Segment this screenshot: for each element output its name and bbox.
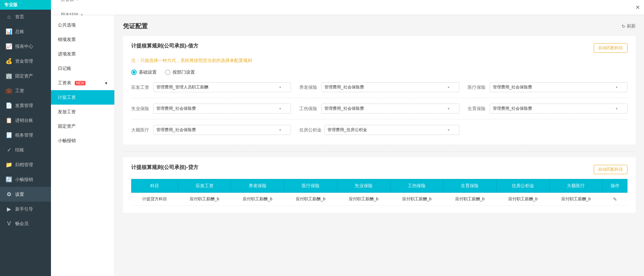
cell-value-0-5: 应付职工薪酬_b bbox=[443, 193, 496, 206]
cell-value-0-0: 应付职工薪酬_b bbox=[178, 193, 231, 206]
sub-nav-items: 公共选项销项发票进项发票日记账工资表NEW▾计提工资发放工资固定资产小畅报销 bbox=[51, 18, 114, 148]
form-divider-1 bbox=[131, 119, 627, 119]
cell-value-0-7: 应付职工薪酬_b bbox=[549, 193, 602, 206]
form-select-1-1[interactable]: 管理费用_社会保险费 ▾ bbox=[321, 104, 459, 114]
table-row-0: 计提贷方科目应付职工薪酬_b应付职工薪酬_b应付职工薪酬_b应付职工薪酬_b应付… bbox=[132, 193, 627, 206]
form-label-1-1: 工伤保险 bbox=[299, 106, 319, 112]
section1-header: 计提核算规则(公司承担)-借方 自动匹配科目 bbox=[131, 43, 627, 53]
sub-nav-item-journal[interactable]: 日记账 bbox=[51, 61, 114, 76]
closing-icon: ✓ bbox=[6, 147, 12, 153]
radio-basic-label: 基础设置 bbox=[139, 69, 157, 75]
form-select-1-2[interactable]: 管理费用_社会保险费 ▾ bbox=[490, 104, 627, 114]
sub-nav-item-issue-salary[interactable]: 发放工资 bbox=[51, 105, 114, 119]
radio-dept-circle bbox=[165, 70, 170, 75]
sidebar: 专业版 ⌂首页📊总账📈报表中心💰资金管理🏢固定资产💼工资📄发票管理📋进销台账🧾税… bbox=[0, 0, 51, 276]
fund-management-icon: 💰 bbox=[6, 58, 12, 64]
tab-bar: 首页工资表×期末结转×凭证配置× ✕ bbox=[51, 0, 644, 15]
home-icon: ⌂ bbox=[6, 14, 12, 20]
sidebar-label-closing: 结账 bbox=[15, 147, 24, 153]
refresh-button[interactable]: ↻ 刷新 bbox=[622, 23, 636, 29]
radio-by-dept[interactable]: 按部门设置 bbox=[165, 69, 195, 75]
sidebar-item-fixed-assets[interactable]: 🏢固定资产 bbox=[0, 68, 51, 83]
sub-nav-item-fixed-assets-sub[interactable]: 固定资产 bbox=[51, 119, 114, 134]
tab-close-salary-sheet[interactable]: × bbox=[76, 0, 79, 2]
sub-nav: 公共选项销项发票进项发票日记账工资表NEW▾计提工资发放工资固定资产小畅报销 bbox=[51, 15, 115, 276]
radio-dept-label: 按部门设置 bbox=[173, 69, 195, 75]
edit-icon-0[interactable]: ✎ bbox=[613, 197, 617, 202]
new-badge-salary-table: NEW bbox=[75, 81, 85, 85]
sub-nav-label-input-invoice: 进项发票 bbox=[58, 51, 76, 57]
content-area: 公共选项销项发票进项发票日记账工资表NEW▾计提工资发放工资固定资产小畅报销 凭… bbox=[51, 15, 644, 276]
sidebar-item-general-ledger[interactable]: 📊总账 bbox=[0, 24, 51, 39]
select-value-0-0: 管理费用_管理人员职工薪酬 bbox=[156, 84, 208, 90]
sidebar-item-invoice-management[interactable]: 📄发票管理 bbox=[0, 98, 51, 113]
sidebar-item-fund-management[interactable]: 💰资金管理 bbox=[0, 54, 51, 68]
credit-header-0: 科目 bbox=[132, 179, 178, 193]
debit-rules-section: 计提核算规则(公司承担)-借方 自动匹配科目 注：只能选择一种方式，系统将按照您… bbox=[123, 36, 636, 145]
sub-nav-label-xiao-chang-sub: 小畅报销 bbox=[58, 138, 76, 144]
tab-label-salary-sheet: 工资表 bbox=[61, 0, 74, 3]
form-select-0-1[interactable]: 管理费用_社会保险费 ▾ bbox=[321, 82, 459, 92]
form-cell-1-0: 失业保险 管理费用_社会保险费 ▾ bbox=[131, 104, 291, 114]
tab-salary-sheet[interactable]: 工资表× bbox=[55, 0, 89, 8]
select-arrow-2-0: ▾ bbox=[279, 128, 281, 132]
credit-header-8: 大额医疗 bbox=[549, 179, 602, 193]
cell-subject-0: 计提贷方科目 bbox=[132, 193, 178, 206]
general-ledger-icon: 📊 bbox=[6, 28, 12, 35]
form-select-0-2[interactable]: 管理费用_社会保险费 ▾ bbox=[490, 82, 627, 92]
sub-nav-item-red-invoice[interactable]: 销项发票 bbox=[51, 32, 114, 47]
sidebar-item-tax-management[interactable]: 🧾税务管理 bbox=[0, 128, 51, 142]
sidebar-item-new-guide[interactable]: ▶新手引导 bbox=[0, 202, 51, 216]
form-divider-0 bbox=[131, 98, 627, 98]
sub-nav-label-journal: 日记账 bbox=[58, 65, 71, 72]
section1-title: 计提核算规则(公司承担)-借方 bbox=[131, 43, 198, 49]
section2-header: 计提核算规则(公司承担)-贷方 自动匹配科目 bbox=[131, 164, 627, 175]
cell-value-0-6: 应付职工薪酬_b bbox=[496, 193, 549, 206]
sidebar-item-purchase-sales[interactable]: 📋进销台账 bbox=[0, 113, 51, 128]
sidebar-item-closing[interactable]: ✓结账 bbox=[0, 142, 51, 157]
select-arrow-2-1: ▾ bbox=[448, 128, 449, 132]
page-title: 凭证配置 bbox=[123, 22, 148, 30]
tab-close-voucher-config[interactable]: × bbox=[81, 28, 83, 32]
select-value-2-1: 管理费用_住房公积金 bbox=[328, 127, 367, 133]
select-value-0-2: 管理费用_社会保险费 bbox=[493, 84, 532, 90]
auto-match-credit-button[interactable]: 自动匹配科目 bbox=[594, 165, 627, 174]
select-arrow-0-2: ▾ bbox=[616, 85, 617, 89]
page-title-bar: 凭证配置 ↻ 刷新 bbox=[123, 22, 636, 30]
sub-nav-item-salary-table[interactable]: 工资表NEW▾ bbox=[51, 76, 114, 90]
sidebar-label-report-center: 报表中心 bbox=[15, 43, 33, 50]
sub-nav-item-input-invoice[interactable]: 进项发票 bbox=[51, 47, 114, 61]
sub-nav-item-xiao-chang-sub[interactable]: 小畅报销 bbox=[51, 134, 114, 148]
sidebar-item-salary[interactable]: 💼工资 bbox=[0, 83, 51, 98]
form-select-2-0[interactable]: 管理费用_社会保险费 ▾ bbox=[153, 125, 291, 135]
refresh-label: 刷新 bbox=[627, 23, 636, 29]
sub-nav-label-red-invoice: 销项发票 bbox=[58, 36, 76, 43]
auto-match-debit-button[interactable]: 自动匹配科目 bbox=[594, 43, 627, 53]
select-arrow-0-0: ▾ bbox=[279, 85, 281, 89]
sub-nav-label-issue-salary: 发放工资 bbox=[58, 109, 76, 115]
sidebar-item-settings[interactable]: ⚙设置 bbox=[0, 187, 51, 202]
tax-management-icon: 🧾 bbox=[6, 132, 12, 138]
sidebar-item-archive-management[interactable]: 📁归档管理 bbox=[0, 157, 51, 172]
form-cell-0-0: 应发工资 管理费用_管理人员职工薪酬 ▾ bbox=[131, 82, 291, 92]
sidebar-label-salary: 工资 bbox=[15, 88, 24, 94]
cell-value-0-2: 应付职工薪酬_b bbox=[284, 193, 337, 206]
vip-icon: V bbox=[6, 221, 12, 227]
sidebar-item-report-center[interactable]: 📈报表中心 bbox=[0, 39, 51, 54]
credit-table: 科目应发工资养老保险医疗保险失业保险工伤保险生育保险住房公积金大额医疗操作 计提… bbox=[131, 179, 627, 206]
sub-nav-item-calc-salary[interactable]: 计提工资 bbox=[51, 90, 114, 105]
tab-close-period-closing[interactable]: × bbox=[81, 12, 83, 17]
sidebar-item-home[interactable]: ⌂首页 bbox=[0, 10, 51, 24]
main-close-button[interactable]: ✕ bbox=[635, 4, 640, 11]
radio-basic[interactable]: 基础设置 bbox=[131, 69, 157, 75]
form-select-2-1[interactable]: 管理费用_住房公积金 ▾ bbox=[324, 125, 459, 135]
form-select-1-0[interactable]: 管理费用_社会保险费 ▾ bbox=[153, 104, 291, 114]
credit-table-header: 科目应发工资养老保险医疗保险失业保险工伤保险生育保险住房公积金大额医疗操作 bbox=[132, 179, 627, 193]
sidebar-item-vip[interactable]: V畅会员 bbox=[0, 216, 51, 231]
credit-header-7: 住房公积金 bbox=[496, 179, 549, 193]
select-arrow-1-1: ▾ bbox=[448, 107, 449, 110]
form-select-0-0[interactable]: 管理费用_管理人员职工薪酬 ▾ bbox=[153, 82, 291, 92]
invoice-management-icon: 📄 bbox=[6, 102, 12, 109]
cell-action-0[interactable]: ✎ bbox=[603, 193, 627, 206]
sidebar-item-xiao-chang-expense[interactable]: 🔄小畅报销 bbox=[0, 172, 51, 187]
